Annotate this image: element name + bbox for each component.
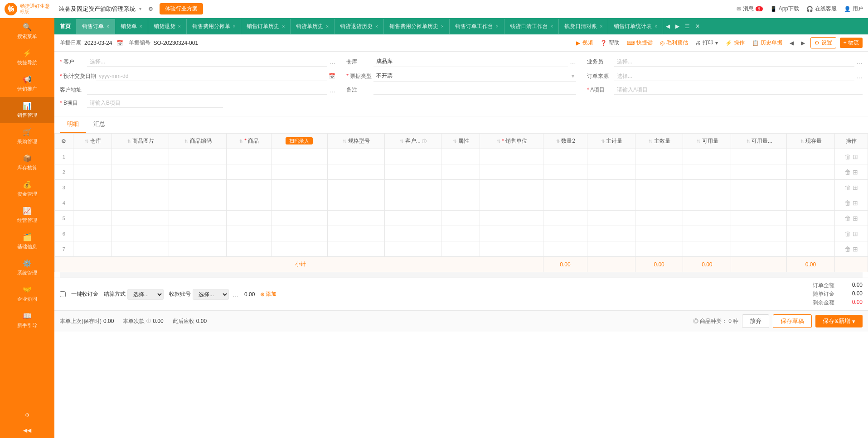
row-actions[interactable]: 🗑⊞ (838, 168, 865, 176)
sidebar-item-finance[interactable]: 💰 资金管理 (0, 176, 54, 202)
tab-home[interactable]: 首页 (54, 19, 77, 34)
tab-next-button[interactable]: ▶ (673, 19, 682, 33)
add-payment-button[interactable]: ⊕ 添加 (260, 290, 276, 298)
tab-menu-button[interactable]: ☰ (682, 19, 693, 33)
tab-close-icon-4[interactable]: × (233, 24, 236, 29)
industry-button[interactable]: 体验行业方案 (160, 3, 203, 14)
copy-icon[interactable]: ⊞ (853, 230, 858, 237)
row-actions[interactable]: 🗑⊞ (838, 230, 865, 237)
customer-input[interactable] (87, 57, 327, 67)
order-source-expand-icon[interactable]: … (856, 72, 863, 80)
sidebar-item-system[interactable]: ⚙️ 系统管理 (0, 255, 54, 281)
app-download-button[interactable]: 📱 App下载 (770, 5, 799, 13)
bproject-input[interactable] (87, 98, 223, 108)
sidebar-item-basicinfo[interactable]: 🗂️ 基础信息 (0, 228, 54, 255)
order-source-input[interactable] (614, 72, 854, 81)
copy-icon[interactable]: ⊞ (853, 199, 858, 207)
customer-expand-icon[interactable]: … (329, 58, 335, 65)
tab-detail[interactable]: 明细 (60, 116, 86, 133)
account-select[interactable]: 选择... (193, 289, 229, 300)
tab-order-history[interactable]: 销售订单历史 × (241, 19, 291, 34)
print-button[interactable]: 🖨 打印 ▾ (693, 38, 720, 48)
tab-invoice-history[interactable]: 销货单历史 × (291, 19, 335, 34)
tab-sales-order[interactable]: 销售订单 × (77, 19, 115, 34)
profit-button[interactable]: ◎ 毛利预估 (658, 38, 690, 48)
scan-button[interactable]: 扫码录入 (286, 137, 313, 144)
account-expand-icon[interactable]: … (233, 291, 239, 298)
tab-close-icon-2[interactable]: × (140, 24, 142, 29)
invoice-arrow-icon[interactable]: ▾ (570, 73, 576, 79)
tab-close-icon-7[interactable]: × (375, 24, 378, 29)
tab-close-icon-3[interactable]: × (178, 24, 181, 29)
tab-close-icon-9[interactable]: × (496, 24, 499, 29)
copy-icon[interactable]: ⊞ (853, 245, 858, 253)
row-actions[interactable]: 🗑⊞ (838, 215, 865, 222)
copy-icon[interactable]: ⊞ (853, 168, 858, 176)
app-settings-icon[interactable]: ⚙ (145, 4, 156, 14)
tab-summary[interactable]: 汇总 (86, 116, 112, 133)
delivery-calendar-icon[interactable]: 📅 (329, 73, 335, 79)
copy-icon[interactable]: ⊞ (853, 153, 858, 160)
sidebar-item-nav[interactable]: ⚡ 快捷导航 (0, 44, 54, 71)
horizontal-scrollbar[interactable] (60, 272, 863, 278)
tab-close-icon-8[interactable]: × (441, 24, 444, 29)
tab-close-all-button[interactable]: ✕ (693, 19, 703, 33)
row-actions[interactable]: 🗑⊞ (838, 245, 865, 253)
tab-close-icon-12[interactable]: × (655, 24, 657, 29)
warehouse-expand-icon[interactable]: … (570, 58, 576, 65)
user-menu-button[interactable]: 👤 用户 (844, 5, 863, 13)
app-title-arrow-icon[interactable]: ▾ (139, 6, 141, 11)
tab-close-icon[interactable]: × (107, 24, 109, 29)
online-service-button[interactable]: 🎧 在线客服 (806, 5, 837, 13)
delete-icon[interactable]: 🗑 (844, 184, 851, 191)
nav-prev-button[interactable]: ◀ (788, 39, 795, 47)
sidebar-collapse-button[interactable]: ◀◀ (0, 423, 54, 438)
save-draft-button[interactable]: 保存草稿 (773, 314, 812, 328)
aproject-input[interactable] (614, 85, 863, 95)
message-button[interactable]: ✉ 消息 9 (737, 5, 763, 13)
tab-prev-button[interactable]: ◀ (663, 19, 673, 33)
row-actions[interactable]: 🗑⊞ (838, 199, 865, 207)
sidebar-item-search[interactable]: 🔍 搜索菜单 (0, 18, 54, 44)
tab-return-history[interactable]: 销货退货历史 × (335, 19, 384, 34)
delete-icon[interactable]: 🗑 (844, 230, 851, 237)
address-expand-icon[interactable]: … (329, 87, 335, 94)
settings-button[interactable]: ⚙ 设置 (810, 37, 836, 48)
copy-icon[interactable]: ⊞ (853, 215, 858, 222)
row-actions[interactable]: 🗑⊞ (838, 153, 865, 160)
sidebar-item-inventory[interactable]: 📦 库存核算 (0, 149, 54, 176)
shortcut-button[interactable]: ⌨ 快捷键 (625, 38, 655, 48)
gear-th-icon[interactable]: ⚙ (61, 138, 66, 144)
view-button[interactable]: ▶ 视频 (574, 38, 595, 48)
delete-icon[interactable]: 🗑 (844, 215, 851, 222)
delivery-input[interactable] (96, 72, 327, 81)
sidebar-item-purchase[interactable]: 🛒 采购管理 (0, 123, 54, 149)
tab-sales-report[interactable]: 销售订单统计表 × (608, 19, 663, 34)
delete-icon[interactable]: 🗑 (844, 245, 851, 253)
tab-close-icon-11[interactable]: × (600, 24, 602, 29)
tab-close-icon-6[interactable]: × (326, 24, 329, 29)
tab-order-workbench[interactable]: 销售订单工作台 × (450, 19, 504, 34)
save-new-button[interactable]: 保存&新增 ▾ (815, 315, 863, 327)
address-input[interactable] (87, 85, 327, 95)
copy-icon[interactable]: ⊞ (853, 184, 858, 191)
delete-icon[interactable]: 🗑 (844, 153, 851, 160)
operation-button[interactable]: ⚡ 操作 (723, 38, 747, 48)
row-actions[interactable]: 🗑⊞ (838, 184, 865, 191)
delete-icon[interactable]: 🗑 (844, 199, 851, 207)
tab-cash-reconcile[interactable]: 钱货日清对账 × (559, 19, 608, 34)
tab-sales-invoice[interactable]: 销货单 × (115, 19, 148, 34)
delete-icon[interactable]: 🗑 (844, 168, 851, 176)
staff-expand-icon[interactable]: … (856, 58, 863, 65)
auto-settle-checkbox[interactable] (60, 291, 66, 297)
remark-input[interactable] (373, 85, 576, 95)
sidebar-item-operations[interactable]: 📈 经营管理 (0, 202, 54, 228)
tab-expense-history[interactable]: 销售费用分摊单历史 × (384, 19, 450, 34)
sidebar-item-enterprise[interactable]: 🤝 企业协同 (0, 281, 54, 307)
tab-expense-alloc[interactable]: 销售费用分摊单 × (187, 19, 242, 34)
sidebar-item-marketing[interactable]: 📢 营销推广 (0, 71, 54, 97)
nav-next-button[interactable]: ▶ (799, 39, 807, 47)
th-gear[interactable]: ⚙ (55, 134, 73, 149)
sidebar-item-sales[interactable]: 📊 销售管理 (0, 97, 54, 123)
settle-method-select[interactable]: 选择... (127, 289, 164, 300)
